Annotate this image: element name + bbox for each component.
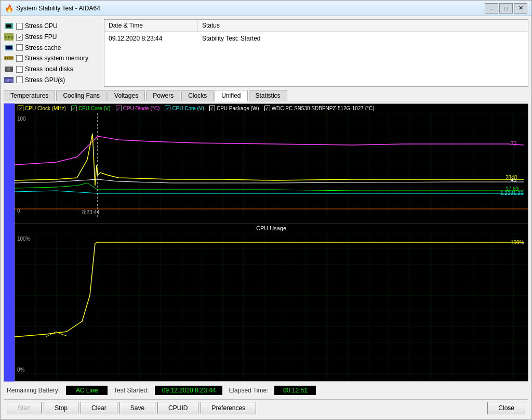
tab-statistics[interactable]: Statistics	[249, 90, 287, 101]
status-column-header: Status	[198, 20, 224, 31]
close-window-button[interactable]: ✕	[514, 3, 527, 14]
legend-wdc-check[interactable]: ✓	[264, 106, 270, 111]
cpuid-button[interactable]: CPUID	[157, 402, 198, 414]
legend-cpu-clock: ✓ CPU Clock (MHz)	[18, 106, 66, 111]
stress-fpu-checkbox[interactable]: ✓	[16, 34, 23, 41]
legend-cpu-package-check[interactable]: ✓	[209, 106, 215, 111]
stress-fpu-label: Stress FPU	[25, 33, 57, 41]
svg-text:8:23:44: 8:23:44	[82, 209, 100, 215]
legend-cpu-diode-label: CPU Diode (°C)	[123, 106, 160, 111]
svg-text:FPU: FPU	[5, 35, 14, 40]
save-button[interactable]: Save	[119, 402, 155, 414]
status-header: Date & Time Status	[104, 20, 528, 32]
svg-rect-1	[6, 24, 11, 28]
stress-memory-item: Stress system memory	[4, 54, 100, 63]
window-controls: – □ ✕	[485, 3, 527, 14]
stress-cache-checkbox[interactable]	[16, 44, 23, 51]
charts-wrapper: ✓ CPU Clock (MHz) ✓ CPU Core (V) ✓ CPU D…	[4, 103, 528, 382]
tab-temperatures[interactable]: Temperatures	[4, 90, 55, 101]
svg-rect-9	[9, 57, 10, 59]
svg-text:1.2191.21: 1.2191.21	[500, 190, 524, 196]
tab-clocks[interactable]: Clocks	[181, 90, 214, 101]
legend-cpu-diode: ✓ CPU Diode (°C)	[116, 106, 160, 111]
close-button[interactable]: Close	[487, 402, 525, 414]
svg-text:70: 70	[511, 141, 517, 147]
stress-memory-icon	[4, 54, 14, 62]
charts-area: ✓ CPU Clock (MHz) ✓ CPU Core (V) ✓ CPU D…	[14, 103, 528, 382]
tab-unified[interactable]: Unified	[215, 90, 247, 101]
app-icon: 🔥	[5, 4, 13, 12]
top-section: Stress CPU FPU ✓ Stress FPU Stress c	[4, 19, 528, 87]
title-bar: 🔥 System Stability Test - AIDA64 – □ ✕	[1, 1, 531, 16]
test-started-label: Test Started:	[114, 387, 149, 394]
preferences-button[interactable]: Preferences	[201, 402, 256, 414]
button-bar: Start Stop Clear Save CPUID Preferences …	[4, 399, 528, 416]
stress-memory-label: Stress system memory	[25, 55, 88, 62]
svg-text:GPU: GPU	[5, 78, 13, 82]
legend-cpu-diode-check[interactable]: ✓	[116, 106, 122, 111]
cpu-usage-svg: 100% 0% 100%	[15, 233, 528, 379]
legend-cpu-package-label: CPU Package (W)	[217, 106, 259, 111]
legend-cpu-core-label: CPU Core (V)	[78, 106, 111, 111]
stress-fpu-icon: FPU	[4, 33, 14, 41]
maximize-button[interactable]: □	[499, 3, 513, 14]
cpu-usage-title: CPU Usage	[15, 224, 528, 233]
battery-value: AC Line	[66, 386, 108, 395]
stress-gpu-icon: GPU	[4, 76, 14, 84]
stress-cache-icon	[4, 44, 14, 52]
stress-local-label: Stress local disks	[25, 65, 73, 73]
svg-rect-8	[7, 57, 8, 59]
legend-wdc-label: WDC PC SN530 SDBPNPZ-512G-1027 (°C)	[272, 106, 375, 111]
main-chart: ✓ CPU Clock (MHz) ✓ CPU Core (V) ✓ CPU D…	[15, 104, 528, 224]
legend-cpu-core-v: ✓ CPU Core (V)	[71, 106, 111, 111]
tab-voltages[interactable]: Voltages	[108, 90, 145, 101]
chart-legend: ✓ CPU Clock (MHz) ✓ CPU Core (V) ✓ CPU D…	[15, 104, 528, 113]
stress-cpu-item: Stress CPU	[4, 21, 100, 31]
battery-label: Remaining Battery:	[7, 387, 60, 394]
datetime-column-header: Date & Time	[104, 20, 198, 31]
start-button[interactable]: Start	[7, 402, 42, 414]
main-chart-svg: 100 0 8:23:44	[15, 113, 528, 217]
svg-text:100: 100	[17, 116, 26, 122]
stress-cpu-label: Stress CPU	[25, 22, 58, 30]
cpu-usage-canvas: 100% 0% 100%	[15, 233, 528, 379]
stress-gpu-checkbox[interactable]	[16, 76, 23, 83]
legend-cpu-core-v2-check[interactable]: ✓	[165, 106, 170, 111]
clear-button[interactable]: Clear	[81, 402, 117, 414]
main-chart-canvas: 100 0 8:23:44	[15, 113, 528, 217]
tab-cooling-fans[interactable]: Cooling Fans	[56, 90, 107, 101]
window-title: System Stability Test - AIDA64	[16, 5, 485, 12]
svg-point-13	[8, 69, 9, 70]
svg-rect-5	[6, 46, 12, 49]
left-indicator	[4, 103, 14, 382]
svg-rect-17	[15, 113, 528, 217]
legend-cpu-core-v2: ✓ CPU Core (V)	[165, 106, 204, 111]
legend-cpu-package: ✓ CPU Package (W)	[209, 106, 259, 111]
stress-gpu-label: Stress GPU(s)	[25, 76, 65, 84]
elapsed-label: Elapsed Time:	[229, 387, 268, 394]
status-cell: Stability Test: Started	[198, 34, 265, 43]
legend-cpu-core-check[interactable]: ✓	[71, 106, 77, 111]
svg-text:100%: 100%	[17, 236, 31, 242]
main-window: 🔥 System Stability Test - AIDA64 – □ ✕ S…	[0, 0, 532, 420]
tab-powers[interactable]: Powers	[146, 90, 180, 101]
elapsed-value: 00:12:51	[274, 386, 316, 395]
test-started-value: 09.12.2020 8:23:44	[155, 386, 222, 395]
minimize-button[interactable]: –	[485, 3, 498, 14]
legend-cpu-clock-check[interactable]: ✓	[18, 106, 23, 111]
stress-gpu-item: GPU Stress GPU(s)	[4, 75, 100, 85]
stress-fpu-item: FPU ✓ Stress FPU	[4, 32, 100, 42]
stress-memory-checkbox[interactable]	[16, 55, 23, 62]
stress-cpu-icon	[4, 22, 14, 30]
cpu-usage-chart: CPU Usage 100%	[15, 224, 528, 381]
stress-local-icon	[4, 65, 14, 73]
stress-cpu-checkbox[interactable]	[16, 23, 23, 30]
svg-text:0%: 0%	[17, 367, 25, 373]
svg-text:100%: 100%	[511, 240, 524, 245]
status-row-0: 09.12.2020 8:23:44 Stability Test: Start…	[104, 32, 528, 45]
stress-local-checkbox[interactable]	[16, 66, 23, 73]
stress-cache-item: Stress cache	[4, 43, 100, 52]
stop-button[interactable]: Stop	[44, 402, 78, 414]
legend-wdc: ✓ WDC PC SN530 SDBPNPZ-512G-1027 (°C)	[264, 106, 375, 111]
datetime-cell: 09.12.2020 8:23:44	[104, 34, 198, 43]
